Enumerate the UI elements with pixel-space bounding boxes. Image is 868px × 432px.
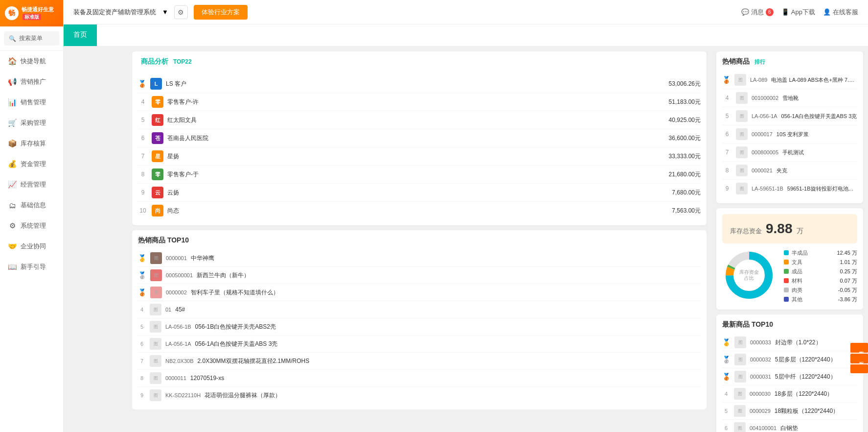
sidebar-item-marketing[interactable]: 📢 营销推广 bbox=[0, 72, 63, 92]
hot-product-item[interactable]: 🥇 图 0000001 中华神鹰 bbox=[138, 250, 701, 267]
settings-button[interactable]: ⚙ bbox=[174, 5, 188, 19]
customer-rank-item[interactable]: 10 尚 尚态 7,563.00元 bbox=[138, 202, 701, 219]
sidebar-item-label: 采购管理 bbox=[21, 119, 46, 127]
topbar: 装备及固定资产辅助管理系统 ▼ ⚙ 体验行业方案 💬 消息 6 📱 App下载 … bbox=[64, 0, 868, 24]
sidebar-item-label: 资金管理 bbox=[21, 160, 46, 168]
hot-products-list: 🥇 图 0000001 中华神鹰 🥈 图 000500001 新西兰牛肉（新牛）… bbox=[138, 250, 701, 404]
customer-rank-item[interactable]: 6 苍 苍南县人民医院 36,600.00元 bbox=[138, 129, 701, 147]
hot-goods-list: 🥉 图 LA-089 电池盖 LA-089 ABS本色+黑种 7.1克 4 图 … bbox=[722, 71, 857, 197]
guide-icon: 📖 bbox=[8, 263, 17, 271]
search-icon: 🔍 bbox=[9, 35, 16, 42]
hot-goods-item[interactable]: 9 图 LA-59651-1B 59651-1B旋转投影灯电池盒ABS黑色+58… bbox=[722, 180, 857, 197]
stock-value-card: 库存总资金 9.88 万 bbox=[716, 208, 863, 310]
sales-icon: 📊 bbox=[8, 98, 17, 107]
sidebar-logo: 畅 畅捷通好生意 标准版 bbox=[0, 0, 63, 26]
trial-button[interactable]: 体验行业方案 bbox=[194, 5, 248, 20]
online-service-item[interactable]: 👤 在线客服 bbox=[823, 8, 858, 17]
hot-goods-item[interactable]: 🥉 图 LA-089 电池盖 LA-089 ABS本色+黑种 7.1克 bbox=[722, 71, 857, 89]
float-service-live[interactable]: 直播 bbox=[850, 364, 868, 373]
legend-item: 肉类 -0.05 万 bbox=[784, 287, 857, 294]
hot-goods-item[interactable]: 6 图 0000017 10S 变利罗浆 bbox=[722, 125, 857, 144]
customer-rank-item[interactable]: 7 星 星扬 33,333.00元 bbox=[138, 147, 701, 166]
new-product-item[interactable]: 4 图 0000030 18多层（1220*2440） bbox=[722, 385, 857, 403]
hot-product-item[interactable]: 8 图 0000011 12070519-xs bbox=[138, 370, 701, 387]
notification-item[interactable]: 💬 消息 6 bbox=[741, 8, 774, 17]
new-product-item[interactable]: 🥇 图 0000033 封边带（1.0*22） bbox=[722, 334, 857, 351]
hot-products-card: 热销商品 TOP10 🥇 图 0000001 中华神鹰 🥈 图 00050000… bbox=[132, 230, 707, 409]
logo-title: 畅捷通好生意 bbox=[22, 6, 54, 13]
legend-item: 材料 0.07 万 bbox=[784, 277, 857, 285]
new-product-item[interactable]: 🥉 图 0000031 5层中纤（1220*2440） bbox=[722, 368, 857, 385]
sidebar-item-finance[interactable]: 💰 资金管理 bbox=[0, 154, 63, 174]
customer-ranking-title: 商品分析 TOP22 bbox=[138, 57, 192, 66]
message-icon: 💬 bbox=[741, 8, 749, 16]
hot-product-item[interactable]: 4 图 01 45# bbox=[138, 301, 701, 318]
finance-icon: 💰 bbox=[8, 160, 17, 168]
customer-rank-item[interactable]: 9 云 云扬 7,680.00元 bbox=[138, 184, 701, 202]
purchase-icon: 🛒 bbox=[8, 119, 17, 127]
search-menu-button[interactable]: 🔍 搜索菜单 bbox=[4, 31, 59, 46]
basic-info-icon: 🗂 bbox=[8, 201, 17, 210]
legend-item: 半成品 12.45 万 bbox=[784, 249, 857, 257]
sidebar-search-area: 🔍 搜索菜单 bbox=[0, 26, 63, 51]
new-product-item[interactable]: 5 图 0000029 18颗粒板（1220*2440） bbox=[722, 403, 857, 420]
operations-icon: 📈 bbox=[8, 180, 17, 189]
hot-product-item[interactable]: 7 图 NB2.0X30B 2.0X30MM双摆花轴摆花直径2.1MM/ROHS bbox=[138, 353, 701, 370]
sidebar-item-system[interactable]: ⚙ 系统管理 bbox=[0, 216, 63, 236]
donut-container: 库存资金 占比 半成品 12.45 万 文具 1.01 万 成品 0.25 万 … bbox=[722, 248, 857, 304]
right-panel: 热销商品 排行 🥉 图 LA-089 电池盖 LA-089 ABS本色+黑种 7… bbox=[711, 47, 868, 432]
notification-badge: 6 bbox=[766, 8, 774, 16]
logo-badge: 标准版 bbox=[23, 14, 41, 20]
page-tabs: 首页 bbox=[64, 24, 868, 47]
hot-goods-item[interactable]: 7 图 000800005 手机测试 bbox=[722, 144, 857, 162]
customer-rank-item[interactable]: 🥉 L LS 客户 53,006.26元 bbox=[138, 75, 701, 93]
new-product-item[interactable]: 6 图 004100001 白钢垫 bbox=[722, 420, 857, 432]
sidebar-item-purchase[interactable]: 🛒 采购管理 bbox=[0, 113, 63, 133]
sidebar: 畅 畅捷通好生意 标准版 🔍 搜索菜单 🏠 快捷导航 📢 营销推广 📊 销售管理… bbox=[0, 0, 64, 432]
sidebar-item-label: 新手引导 bbox=[21, 263, 46, 271]
new-product-item[interactable]: 🥈 图 0000032 5层多层（1220*2440） bbox=[722, 351, 857, 368]
hot-product-item[interactable]: 🥈 图 000500001 新西兰牛肉（新牛） bbox=[138, 267, 701, 284]
sidebar-item-guide[interactable]: 📖 新手引导 bbox=[0, 257, 63, 277]
customer-rank-item[interactable]: 4 零 零售客户-许 51,183.00元 bbox=[138, 93, 701, 111]
hot-goods-item[interactable]: 4 图 001000002 雪地靴 bbox=[722, 89, 857, 107]
sidebar-item-operations[interactable]: 📈 经营管理 bbox=[0, 174, 63, 195]
stock-value: 9.88 bbox=[766, 221, 793, 237]
hot-product-item[interactable]: 🥉 图 0000002 智利车子里（规格不知道填什么） bbox=[138, 284, 701, 301]
customer-ranking-card: 商品分析 TOP22 🥉 L LS 客户 53,006.26元 4 零 零售客户… bbox=[132, 51, 707, 225]
sidebar-item-label: 销售管理 bbox=[21, 98, 46, 107]
app-download-item[interactable]: 📱 App下载 bbox=[781, 8, 815, 17]
tab-home[interactable]: 首页 bbox=[64, 24, 97, 46]
sidebar-item-sales[interactable]: 📊 销售管理 bbox=[0, 92, 63, 113]
float-service-community[interactable]: 服务社区 bbox=[850, 354, 868, 363]
sidebar-item-inventory[interactable]: 📦 库存核算 bbox=[0, 133, 63, 154]
float-service-hotline[interactable]: 客服热线 bbox=[850, 343, 868, 353]
sidebar-item-label: 企业协同 bbox=[21, 242, 46, 251]
hot-products-title: 热销商品 TOP10 bbox=[138, 236, 701, 245]
sidebar-nav: 🏠 快捷导航 📢 营销推广 📊 销售管理 🛒 采购管理 📦 库存核算 💰 资金管… bbox=[0, 51, 63, 277]
legend-item: 其他 -3.86 万 bbox=[784, 296, 857, 303]
customer-rank-list: 🥉 L LS 客户 53,006.26元 4 零 零售客户-许 51,183.0… bbox=[138, 75, 701, 219]
hot-goods-item[interactable]: 5 图 LA-056-1A 056-1A白色按键开关盖ABS 3克 bbox=[722, 107, 857, 125]
customer-rank-item[interactable]: 5 红 红太阳文具 40,925.00元 bbox=[138, 111, 701, 129]
system-icon: ⚙ bbox=[8, 221, 17, 230]
hot-product-item[interactable]: 6 图 LA-056-1A 056-1A白色按键开关盖ABS 3壳 bbox=[138, 336, 701, 353]
inventory-icon: 📦 bbox=[8, 139, 17, 148]
hot-product-item[interactable]: 5 图 LA-056-1B 056-1B白色按键开关壳ABS2壳 bbox=[138, 318, 701, 336]
logo-icon: 畅 bbox=[5, 6, 19, 20]
online-service-label: 在线客服 bbox=[833, 8, 858, 17]
hot-product-item[interactable]: 9 图 KK-SD22110H 花语萌但温分腿裤袜（厚款） bbox=[138, 387, 701, 404]
stock-unit: 万 bbox=[797, 227, 803, 236]
sidebar-item-basic-info[interactable]: 🗂 基础信息 bbox=[0, 195, 63, 216]
sidebar-item-quick-nav[interactable]: 🏠 快捷导航 bbox=[0, 51, 63, 72]
customer-rank-item[interactable]: 8 零 零售客户-于 21,680.00元 bbox=[138, 166, 701, 184]
content-area: 商品分析 TOP22 🥉 L LS 客户 53,006.26元 4 零 零售客户… bbox=[64, 47, 868, 432]
marketing-icon: 📢 bbox=[8, 77, 17, 86]
sidebar-item-enterprise[interactable]: 🤝 企业协同 bbox=[0, 236, 63, 257]
hot-goods-ranking-card: 热销商品 排行 🥉 图 LA-089 电池盖 LA-089 ABS本色+黑种 7… bbox=[716, 51, 863, 203]
sidebar-item-label: 系统管理 bbox=[21, 221, 46, 230]
system-dropdown-icon[interactable]: ▼ bbox=[162, 8, 168, 16]
middle-panel: 商品分析 TOP22 🥉 L LS 客户 53,006.26元 4 零 零售客户… bbox=[127, 47, 711, 432]
hot-goods-item[interactable]: 8 图 0000021 夹克 bbox=[722, 162, 857, 180]
sidebar-item-label: 经营管理 bbox=[21, 180, 46, 189]
